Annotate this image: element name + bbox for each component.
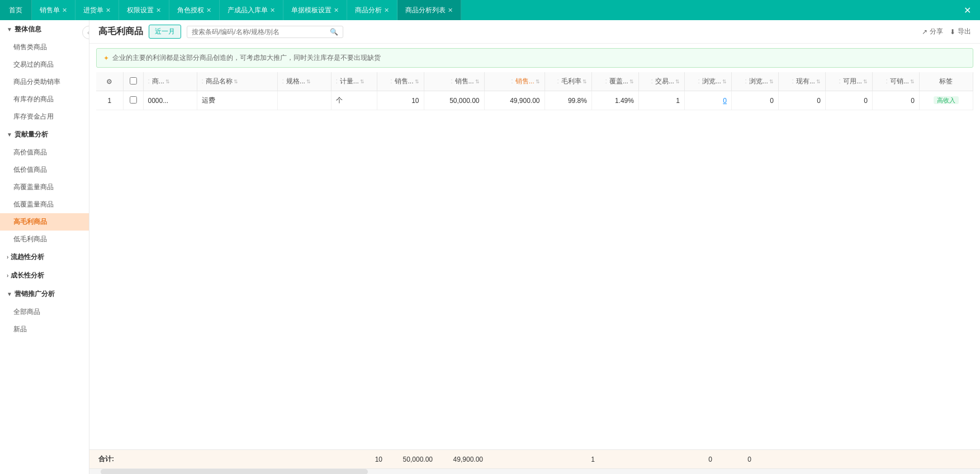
row-stock3: 0 [872, 91, 919, 110]
row-cover: 1.49% [591, 91, 638, 110]
sidebar-item-sales-goods[interactable]: 销售类商品 [0, 39, 89, 56]
sidebar-item-low-value[interactable]: 低价值商品 [0, 161, 89, 179]
sidebar-item-high-margin[interactable]: 高毛利商品 [0, 213, 89, 231]
share-button[interactable]: ↗ 分享 [922, 27, 943, 36]
nav-item-analysis-list[interactable]: 商品分析列表 ✕ [397, 0, 461, 20]
sidebar-item-traded-goods[interactable]: 交易过的商品 [0, 56, 89, 73]
info-banner: ✦ 企业的主要的利润都是这部分商品创造的，可考虑加大推广，同时关注库存是不要出现… [96, 48, 973, 68]
sidebar-item-stock-capital[interactable]: 库存资金占用 [0, 108, 89, 125]
sidebar-section-growth[interactable]: › 成长性分析 [0, 266, 89, 285]
select-all-checkbox[interactable] [130, 77, 137, 85]
sidebar-item-high-value[interactable]: 高价值商品 [0, 144, 89, 161]
footer-stock1: 0 [678, 456, 717, 463]
sidebar-section-contribution[interactable]: ▼ 贡献量分析 [0, 125, 89, 144]
row-sales-amt: 50,000.00 [424, 91, 484, 110]
sidebar-item-new-goods[interactable]: 新品 [0, 321, 89, 338]
row-spec [277, 91, 331, 110]
close-purchase-tab[interactable]: ✕ [106, 7, 111, 14]
footer-qty: 10 [348, 456, 387, 463]
close-sales-tab[interactable]: ✕ [62, 7, 67, 14]
th-cover[interactable]: :覆盖...⇅ [591, 72, 638, 91]
th-stock3[interactable]: :可销...⇅ [872, 72, 919, 91]
th-browse2[interactable]: :浏览...⇅ [731, 72, 778, 91]
sidebar: « ▼ 整体信息 销售类商品 交易过的商品 商品分类助销率 有库存的商品 库存资… [0, 20, 89, 474]
th-qty[interactable]: :销售...⇅ [377, 72, 424, 91]
settings-icon[interactable]: ⚙ [106, 78, 112, 86]
footer-stock2: 0 [717, 456, 756, 463]
table-header-row: ⚙ :商...⇅ :商品名称⇅ [96, 72, 973, 91]
row-browse1[interactable]: 0 [684, 91, 731, 110]
row-browse2: 0 [731, 91, 778, 110]
arrow-flow-icon: › [7, 254, 8, 260]
arrow-overall-icon: ▼ [7, 26, 12, 32]
nav-item-roles[interactable]: 角色授权 ✕ [169, 0, 220, 20]
nav-item-template[interactable]: 单据模板设置 ✕ [283, 0, 347, 20]
row-tag: 高收入 [919, 91, 973, 110]
filter-recent-month-button[interactable]: 近一月 [149, 25, 181, 39]
close-permissions-tab[interactable]: ✕ [156, 7, 161, 14]
bottom-scrollbar[interactable] [89, 468, 980, 474]
th-stock1[interactable]: :现有...⇅ [778, 72, 825, 91]
nav-item-inbound[interactable]: 产成品入库单 ✕ [220, 0, 283, 20]
sidebar-item-in-stock[interactable]: 有库存的商品 [0, 91, 89, 108]
row-num: 1 [96, 91, 123, 110]
row-qty: 10 [377, 91, 424, 110]
th-trade[interactable]: :交易...⇅ [638, 72, 684, 91]
th-spec[interactable]: :规格...⇅ [277, 72, 331, 91]
th-check[interactable] [123, 72, 143, 91]
sidebar-item-category-rate[interactable]: 商品分类助销率 [0, 73, 89, 91]
th-name[interactable]: :商品名称⇅ [197, 72, 277, 91]
search-wrap: 🔍 [187, 26, 343, 38]
sidebar-item-all-goods[interactable]: 全部商品 [0, 303, 89, 321]
sidebar-item-high-coverage[interactable]: 高覆盖量商品 [0, 179, 89, 196]
search-icon[interactable]: 🔍 [330, 28, 338, 36]
sidebar-item-low-coverage[interactable]: 低覆盖量商品 [0, 196, 89, 213]
th-sales-amt[interactable]: :销售...⇅ [424, 72, 484, 91]
arrow-growth-icon: › [7, 273, 8, 279]
close-analysis-list-tab[interactable]: ✕ [448, 7, 453, 14]
row-code: 0000... [143, 91, 197, 110]
top-nav: 首页 销售单 ✕ 进货单 ✕ 权限设置 ✕ 角色授权 ✕ 产成品入库单 ✕ 单据… [0, 0, 980, 20]
sidebar-section-flow[interactable]: › 流趋性分析 [0, 248, 89, 266]
nav-item-analysis[interactable]: 商品分析 ✕ [347, 0, 397, 20]
th-cost-amt[interactable]: :销售...⇅ [484, 72, 545, 91]
export-icon: ⬇ [950, 28, 955, 36]
row-cost-amt: 49,900.00 [484, 91, 545, 110]
sidebar-item-low-margin[interactable]: 低毛利商品 [0, 231, 89, 248]
th-tag: 标签 [919, 72, 973, 91]
close-inbound-tab[interactable]: ✕ [270, 7, 275, 14]
close-template-tab[interactable]: ✕ [334, 7, 339, 14]
content-header: 高毛利商品 近一月 🔍 ↗ 分享 ⬇ 导出 [89, 20, 980, 44]
footer-totals: 合计: 10 50,000.00 49,900.00 1 0 0 [89, 449, 980, 468]
close-roles-tab[interactable]: ✕ [206, 7, 211, 14]
nav-item-home[interactable]: 首页 [0, 0, 32, 20]
row-trade: 1 [638, 91, 684, 110]
content-area: 高毛利商品 近一月 🔍 ↗ 分享 ⬇ 导出 [89, 20, 980, 474]
th-margin[interactable]: :毛利率⇅ [545, 72, 591, 91]
nav-item-sales[interactable]: 销售单 ✕ [32, 0, 75, 20]
arrow-contribution-icon: ▼ [7, 132, 12, 138]
row-check[interactable] [123, 91, 143, 110]
window-close-button[interactable]: ✕ [955, 5, 980, 16]
arrow-marketing-icon: ▼ [7, 291, 12, 297]
close-analysis-tab[interactable]: ✕ [384, 7, 389, 14]
row-stock2: 0 [825, 91, 872, 110]
info-icon: ✦ [103, 54, 109, 62]
th-unit[interactable]: :计量...⇅ [331, 72, 377, 91]
nav-item-permissions[interactable]: 权限设置 ✕ [119, 0, 169, 20]
footer-trade: 1 [566, 456, 599, 463]
th-code[interactable]: :商...⇅ [143, 72, 197, 91]
row-unit: 个 [331, 91, 377, 110]
th-browse1[interactable]: :浏览...⇅ [684, 72, 731, 91]
sidebar-section-marketing[interactable]: ▼ 营销推广分析 [0, 285, 89, 303]
sidebar-section-overall[interactable]: ▼ 整体信息 [0, 20, 89, 39]
row-name: 运费 [197, 91, 277, 110]
search-input[interactable] [192, 28, 330, 36]
page-title: 高毛利商品 [98, 26, 143, 37]
data-table: ⚙ :商...⇅ :商品名称⇅ [96, 72, 973, 110]
export-button[interactable]: ⬇ 导出 [950, 27, 971, 36]
nav-item-purchase[interactable]: 进货单 ✕ [75, 0, 119, 20]
footer-cost-amt: 49,900.00 [437, 456, 487, 463]
row-checkbox[interactable] [130, 96, 137, 104]
th-stock2[interactable]: :可用...⇅ [825, 72, 872, 91]
